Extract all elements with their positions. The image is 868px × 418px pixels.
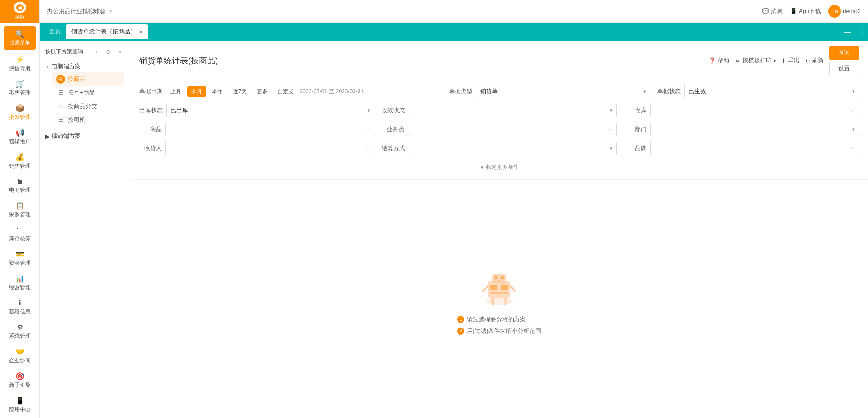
industry-label: 办公用品行业模拟账套: [47, 7, 106, 15]
empty-illustration: [476, 263, 522, 308]
add-scheme-btn[interactable]: +: [92, 47, 101, 56]
doctype-value: 销货单: [480, 87, 644, 95]
date-btn-more[interactable]: 更多: [253, 86, 272, 97]
department-arrow: ▾: [852, 127, 855, 133]
sidebar-item-quick-nav[interactable]: ⚡ 快捷导航: [0, 52, 39, 76]
scheme-item-by-category[interactable]: ☰ 按商品分类: [52, 100, 124, 113]
warehouse-control[interactable]: ···: [650, 104, 859, 117]
recipient-dots[interactable]: ···: [365, 145, 370, 152]
sidebar-item-search-menu[interactable]: 🔍 搜索菜单: [4, 26, 36, 50]
filter-item-department: 部门 ▾: [624, 123, 859, 136]
recipient-control[interactable]: ···: [165, 142, 374, 155]
date-btn-thisyear[interactable]: 本年: [208, 86, 227, 97]
docstatus-value: 已生效: [689, 87, 852, 95]
mobile-scheme-triangle: ▶: [45, 133, 50, 140]
pc-scheme-header[interactable]: ▼ 电脑端方案: [45, 61, 124, 72]
sidebar-label-purchase: 采购管理: [9, 211, 31, 218]
avatar: Ea: [828, 5, 841, 18]
brand-control[interactable]: ···: [650, 142, 859, 155]
tab-sales-stat[interactable]: 销货单统计表（按商品） ✕: [66, 24, 148, 39]
svg-rect-7: [492, 274, 506, 283]
filter-row-1: 单据日期 上月 本月 本年 近7天 更多 自定义 2023-03-01 至 20…: [139, 85, 859, 98]
sidebar-item-basic[interactable]: ℹ 基础信息: [0, 295, 39, 319]
scheme-item-by-cashier[interactable]: ☰ 按司机: [52, 113, 124, 127]
app-download-label: App下载: [799, 7, 821, 15]
outstatus-value: 已出库: [170, 106, 368, 114]
sidebar-label-enterprise: 企业协同: [9, 357, 31, 365]
sidebar-item-operation[interactable]: 📊 经营管理: [0, 271, 39, 295]
sidebar-item-appstore[interactable]: 📱 应用中心: [0, 393, 39, 417]
tab-maximize-btn[interactable]: ⛶: [854, 26, 864, 37]
outstatus-select[interactable]: 已出库 ▾: [166, 104, 374, 117]
top-header: 办公用品行业模拟账套 ▾ 💬 消息 📱 App下载 Ea demo2: [40, 0, 868, 23]
filter-item-payment: 收款状态 ▾: [382, 104, 617, 117]
sidebar-label-operation: 经营管理: [9, 284, 31, 291]
department-select[interactable]: ▾: [650, 123, 859, 136]
sidebar-item-enterprise[interactable]: 🤝 企业协同: [0, 344, 39, 368]
brand-dots[interactable]: ···: [849, 145, 855, 152]
tab-close-btn[interactable]: ✕: [139, 29, 143, 35]
recipient-label: 收货人: [139, 144, 162, 152]
scheme-item-by-product[interactable]: 按 按商品: [52, 72, 124, 86]
sidebar-item-inventory[interactable]: 🗃 库存核算: [0, 222, 39, 246]
svg-text:畅: 畅: [18, 6, 22, 10]
date-btn-7days[interactable]: 近7天: [229, 86, 251, 97]
sidebar-item-purchase[interactable]: 📋 采购管理: [0, 198, 39, 222]
template-print-btn[interactable]: 🖨 按模板打印 ▾: [735, 57, 776, 65]
date-btn-custom[interactable]: 自定义: [274, 86, 298, 97]
by-category-label: 按商品分类: [68, 102, 97, 110]
export-btn[interactable]: ⬇ 导出: [781, 57, 800, 65]
app-download-btn[interactable]: 📱 App下载: [790, 7, 821, 15]
sidebar-item-sales[interactable]: 💰 销售管理: [0, 149, 39, 174]
sidebar-item-marketing[interactable]: 📢 营销推广: [0, 125, 39, 149]
collapse-btn[interactable]: ∧ 收起更多条件: [139, 161, 859, 174]
salesperson-control[interactable]: ···: [408, 123, 617, 136]
mobile-scheme-header[interactable]: ▶ 移动端方案: [45, 130, 124, 142]
sidebar-item-finance[interactable]: 💳 资金管理: [0, 246, 39, 271]
warehouse-dots[interactable]: ···: [849, 107, 855, 114]
messages-btn[interactable]: 💬 消息: [762, 7, 783, 15]
empty-state: 1 请先选择要分析的方案 2 用[过滤]条件来缩小分析范围: [130, 180, 868, 418]
product-label: 商品: [139, 125, 162, 133]
tab-minimize-btn[interactable]: —: [843, 26, 853, 37]
system-icon: ⚙: [17, 323, 23, 332]
settlement-select[interactable]: ▾: [409, 142, 617, 155]
date-btn-lastmonth[interactable]: 上月: [166, 86, 185, 97]
sidebar-label-appstore: 应用中心: [9, 406, 31, 413]
collapse-panel-btn[interactable]: «: [115, 47, 124, 56]
doctype-select[interactable]: 销货单 ▾: [476, 85, 651, 98]
download-icon: 📱: [790, 8, 797, 14]
user-profile[interactable]: Ea demo2: [828, 5, 861, 18]
settings-scheme-btn[interactable]: ⊙: [104, 47, 113, 56]
svg-rect-6: [490, 292, 508, 294]
page-title-bar: 销货单统计表(按商品) ❓ 帮助 🖨 按模板打印 ▾ ⬇ 导出: [130, 41, 868, 79]
help-btn[interactable]: ❓ 帮助: [708, 57, 729, 65]
right-panel: 销货单统计表(按商品) ❓ 帮助 🖨 按模板打印 ▾ ⬇ 导出: [130, 41, 868, 418]
message-icon: 💬: [762, 8, 769, 14]
date-control[interactable]: 上月 本月 本年 近7天 更多 自定义 2023-03-01 至 2023-03…: [166, 85, 442, 98]
sidebar-item-newbie[interactable]: 🎯 新手引导: [0, 368, 39, 393]
sidebar-item-retail[interactable]: 🛒 零售管理: [0, 76, 39, 100]
scheme-item-by-month-product[interactable]: ☰ 按月+商品: [52, 86, 124, 100]
tip-num-1: 1: [457, 316, 464, 323]
page-title: 销货单统计表(按商品): [139, 55, 218, 66]
date-btn-thismonth[interactable]: 本月: [187, 86, 206, 97]
svg-rect-4: [490, 285, 497, 290]
payment-select[interactable]: ▾: [409, 104, 617, 117]
breadcrumb-arrow: ▾: [109, 8, 113, 14]
by-cashier-label: 按司机: [68, 116, 85, 124]
setting-btn[interactable]: 设置: [829, 62, 859, 75]
query-btn[interactable]: 查询: [829, 46, 859, 60]
tab-home[interactable]: 首页: [43, 24, 66, 39]
docstatus-select[interactable]: 已生效 ▾: [684, 85, 859, 98]
sidebar-item-ecommerce[interactable]: 🖥 电商管理: [0, 174, 39, 198]
refresh-btn[interactable]: ↻ 刷新: [805, 57, 824, 65]
product-control[interactable]: ···: [165, 123, 374, 136]
sidebar-item-system[interactable]: ⚙ 系统管理: [0, 319, 39, 344]
pc-scheme-items: 按 按商品 ☰ 按月+商品 ☰ 按商品分类 ☰ 按司机: [45, 72, 124, 127]
salesperson-dots[interactable]: ···: [607, 126, 613, 133]
page-actions: ❓ 帮助 🖨 按模板打印 ▾ ⬇ 导出 ↻ 刷新: [708, 46, 859, 75]
tip-text-1: 请先选择要分析的方案: [467, 315, 526, 323]
sidebar-item-wholesale[interactable]: 📦 批发管理: [0, 100, 39, 125]
product-dots[interactable]: ···: [365, 126, 370, 133]
